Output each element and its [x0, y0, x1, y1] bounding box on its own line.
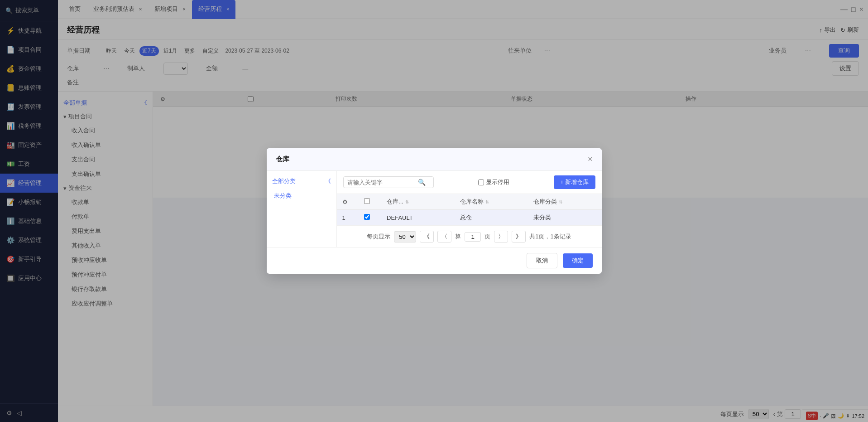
modal-header: 仓库 ×: [267, 148, 602, 171]
modal-search-icon: 🔍: [418, 179, 426, 186]
modal-gear-icon[interactable]: ⚙: [342, 199, 348, 205]
modal-categories: 全部分类 《 未分类: [267, 171, 337, 247]
confirm-button[interactable]: 确定: [563, 253, 593, 268]
modal-page-label: 算: [455, 233, 461, 241]
modal-per-page-label: 每页显示: [367, 233, 390, 241]
row-category-cell: 未分类: [528, 210, 601, 226]
modal-page-input[interactable]: [465, 232, 481, 242]
modal-per-page-select[interactable]: 50: [394, 231, 416, 243]
row-code-cell: DEFAULT: [381, 210, 455, 226]
row-id-cell: 1: [337, 210, 359, 226]
sort-icon-name[interactable]: ⇅: [485, 199, 489, 204]
show-disabled-label: 显示停用: [486, 178, 509, 186]
modal-cat-uncategorized[interactable]: 未分类: [267, 188, 336, 204]
modal-th-category: 仓库分类 ⇅: [528, 194, 601, 210]
modal-backdrop: 仓库 × 全部分类 《 未分类 🔍: [0, 0, 868, 422]
modal-th-gear: ⚙: [337, 194, 359, 210]
modal-cats-collapse[interactable]: 《: [325, 177, 331, 185]
modal-title: 仓库: [276, 155, 289, 164]
modal-first-page-btn[interactable]: 《: [420, 231, 434, 243]
modal-th-code: 仓库... ⇅: [381, 194, 455, 210]
modal-next-page-btn[interactable]: 〉: [494, 231, 508, 243]
modal-select-all[interactable]: [364, 198, 370, 204]
modal-prev-page-btn[interactable]: 〈: [437, 231, 451, 243]
modal-body: 全部分类 《 未分类 🔍 显示停用: [267, 171, 602, 247]
row-name-cell: 总仓: [455, 210, 528, 226]
modal-footer: 取消 确定: [267, 247, 602, 274]
modal-cats-header: 全部分类 《: [267, 175, 336, 188]
modal-total-label: 共1页，1条记录: [529, 233, 571, 241]
modal-table: ⚙ 仓库... ⇅ 仓库名称: [337, 194, 602, 226]
modal-search-input[interactable]: [347, 179, 415, 186]
modal-cats-title: 全部分类: [272, 177, 296, 185]
table-row[interactable]: 1 DEFAULT 总仓 未分类: [337, 210, 602, 226]
modal-th-checkbox: [359, 194, 381, 210]
add-warehouse-button[interactable]: + 新增仓库: [554, 175, 595, 189]
sort-icon-category[interactable]: ⇅: [559, 199, 562, 204]
modal-toolbar: 🔍 显示停用 + 新增仓库: [337, 171, 602, 194]
cancel-button[interactable]: 取消: [527, 253, 557, 268]
warehouse-modal: 仓库 × 全部分类 《 未分类 🔍: [267, 148, 602, 274]
modal-search-box[interactable]: 🔍: [343, 176, 434, 188]
sort-icon-code[interactable]: ⇅: [405, 199, 409, 204]
modal-last-page-btn[interactable]: 》: [512, 231, 526, 243]
modal-th-code-label: 仓库...: [387, 198, 403, 205]
modal-th-name: 仓库名称 ⇅: [455, 194, 528, 210]
row-checkbox[interactable]: [364, 214, 370, 220]
row-checkbox-cell[interactable]: [359, 210, 381, 226]
modal-pagination: 每页显示 50 《 〈 算 页 〉 》 共1页，1条记录: [337, 226, 602, 247]
modal-close-button[interactable]: ×: [588, 155, 593, 164]
modal-cat-label: 未分类: [274, 192, 292, 199]
show-disabled-toggle[interactable]: 显示停用: [478, 178, 509, 186]
modal-th-name-label: 仓库名称: [460, 198, 484, 205]
modal-th-category-label: 仓库分类: [533, 198, 557, 205]
modal-page-suffix: 页: [484, 233, 490, 241]
modal-right: 🔍 显示停用 + 新增仓库 ⚙: [337, 171, 602, 247]
show-disabled-checkbox[interactable]: [478, 179, 484, 185]
